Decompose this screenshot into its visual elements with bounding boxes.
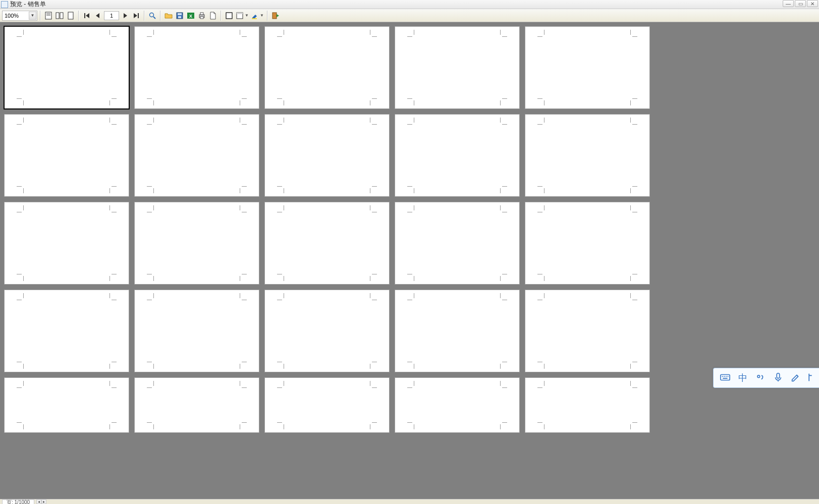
preview-page[interactable] xyxy=(395,202,520,285)
next-page-button[interactable] xyxy=(120,11,130,21)
export-excel-button[interactable]: X xyxy=(186,11,196,21)
page-number-input[interactable] xyxy=(104,11,119,20)
preview-page[interactable] xyxy=(525,377,650,433)
whole-page-button[interactable] xyxy=(43,11,53,21)
zoom-dropdown-arrow[interactable]: ▼ xyxy=(29,12,36,20)
status-next-button[interactable]: ▸ xyxy=(41,499,46,504)
separator xyxy=(267,11,268,21)
preview-page[interactable] xyxy=(395,26,520,109)
svg-marker-29 xyxy=(277,14,279,17)
preview-page[interactable] xyxy=(4,202,129,285)
ime-handwrite-button[interactable] xyxy=(789,371,802,384)
minimize-button[interactable]: — xyxy=(783,0,794,7)
separator xyxy=(221,11,222,21)
toolbar: 100% ▼ xyxy=(0,9,819,22)
preview-page[interactable] xyxy=(4,26,129,109)
crop-mark xyxy=(147,30,154,37)
maximize-button[interactable]: ▭ xyxy=(795,0,806,7)
highlight-button[interactable]: ▼ xyxy=(250,11,264,21)
svg-marker-11 xyxy=(134,13,137,18)
preview-page[interactable] xyxy=(264,114,390,197)
svg-rect-12 xyxy=(138,13,139,18)
preview-page[interactable] xyxy=(264,202,390,285)
preview-page[interactable] xyxy=(4,114,129,197)
crop-mark xyxy=(277,30,284,37)
crop-mark xyxy=(110,274,117,281)
crop-mark xyxy=(147,422,154,429)
preview-page[interactable] xyxy=(395,377,520,433)
crop-mark xyxy=(370,98,377,105)
preview-page[interactable] xyxy=(4,377,129,433)
svg-point-36 xyxy=(757,375,760,377)
crop-mark xyxy=(110,381,117,388)
crop-mark xyxy=(407,186,414,193)
zoom-combo[interactable]: 100% ▼ xyxy=(2,11,37,21)
find-button[interactable] xyxy=(147,11,157,21)
preview-page[interactable] xyxy=(134,202,259,285)
svg-rect-7 xyxy=(84,13,85,18)
preview-page[interactable] xyxy=(264,290,390,372)
crop-mark xyxy=(240,30,247,37)
crop-mark xyxy=(407,98,414,105)
page-setup-button[interactable] xyxy=(208,11,218,21)
preview-page[interactable] xyxy=(525,114,650,197)
preview-row xyxy=(4,202,819,285)
exit-preview-button[interactable] xyxy=(270,11,281,21)
preview-page[interactable] xyxy=(525,290,650,372)
preview-page[interactable] xyxy=(4,290,129,372)
crop-mark xyxy=(370,186,377,193)
prev-page-button[interactable] xyxy=(93,11,103,21)
header-footer-button[interactable]: ▼ xyxy=(235,11,249,21)
crop-mark xyxy=(147,205,154,212)
margins-button[interactable] xyxy=(224,11,234,21)
close-button[interactable]: ✕ xyxy=(807,0,818,7)
preview-page[interactable] xyxy=(525,26,650,109)
preview-row xyxy=(4,26,819,109)
preview-area[interactable] xyxy=(0,22,819,499)
crop-mark xyxy=(537,293,544,300)
print-button[interactable] xyxy=(197,11,207,21)
preview-page[interactable] xyxy=(134,290,259,372)
ime-punctuation-button[interactable] xyxy=(754,371,767,384)
svg-rect-16 xyxy=(178,13,182,15)
open-button[interactable] xyxy=(163,11,174,21)
preview-page[interactable] xyxy=(525,202,650,285)
whole-page-icon xyxy=(44,12,52,20)
ime-floating-bar[interactable]: 中 xyxy=(713,368,819,388)
preview-page[interactable] xyxy=(395,114,520,197)
crop-mark xyxy=(110,30,117,37)
ime-mode-button[interactable]: 中 xyxy=(736,371,749,384)
preview-page[interactable] xyxy=(134,26,259,109)
svg-rect-32 xyxy=(724,376,725,377)
ime-voice-button[interactable] xyxy=(772,371,785,384)
crop-mark xyxy=(370,381,377,388)
crop-mark xyxy=(277,422,284,429)
preview-page[interactable] xyxy=(264,377,390,433)
preview-page[interactable] xyxy=(395,290,520,372)
preview-page[interactable] xyxy=(134,114,259,197)
svg-rect-4 xyxy=(56,13,59,19)
svg-rect-22 xyxy=(200,17,203,19)
preview-page[interactable] xyxy=(134,377,259,433)
page-width-button[interactable] xyxy=(66,11,76,21)
two-pages-button[interactable] xyxy=(54,11,65,21)
crop-mark xyxy=(240,274,247,281)
preview-row xyxy=(4,377,819,433)
ime-settings-button[interactable] xyxy=(719,371,732,384)
crop-mark xyxy=(630,362,637,369)
crop-mark xyxy=(370,30,377,37)
crop-mark xyxy=(407,422,414,429)
crop-mark xyxy=(537,274,544,281)
last-page-button[interactable] xyxy=(131,11,141,21)
status-prev-button[interactable]: ◂ xyxy=(36,499,41,504)
crop-mark xyxy=(370,274,377,281)
first-page-button[interactable] xyxy=(82,11,92,21)
ime-more-button[interactable] xyxy=(807,371,814,384)
chevron-down-icon: ▼ xyxy=(245,13,249,18)
preview-page[interactable] xyxy=(264,26,390,109)
crop-mark xyxy=(370,118,377,125)
crop-mark xyxy=(537,186,544,193)
crop-mark xyxy=(110,118,117,125)
menu-bar xyxy=(737,1,789,8)
save-button[interactable] xyxy=(175,11,185,21)
